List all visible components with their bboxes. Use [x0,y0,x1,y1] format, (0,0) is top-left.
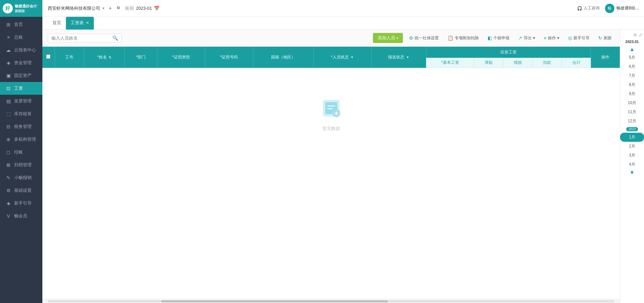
month-4-curr[interactable]: 4月 [620,160,644,169]
sidebar-item-guide[interactable]: ◈ 新手引导 [0,197,42,210]
panel-prev-nav[interactable]: ▲ [629,46,636,53]
calendar-icon[interactable]: 📅 [154,6,159,11]
user-menu[interactable]: 畅 畅捷通B组... [605,4,639,13]
month-5[interactable]: 5月 [620,53,644,62]
th-allowance: 津贴 [474,58,503,68]
month-8[interactable]: 8月 [620,80,644,89]
sidebar-item-archive[interactable]: ⊠ 归档管理 [0,159,42,171]
th-checkbox[interactable] [42,47,54,68]
month-7[interactable]: 7月 [620,71,644,80]
invoice-icon: ▤ [5,98,11,104]
sidebar-item-multi-org[interactable]: ⊕ 多机构管理 [0,133,42,146]
new-guide-action[interactable]: ◎ 新手引导 [565,34,592,43]
table-scrollbar[interactable] [42,299,620,303]
special-deduction-icon: 📋 [448,35,453,41]
sidebar-item-checkout[interactable]: ◻ 结账 [0,146,42,159]
empty-state: 暂无数据 [42,68,620,159]
search-icon[interactable]: 🔍 [112,35,118,41]
th-total: 合计 [562,58,591,68]
topbar-right: 🎧 人工咨询 畅 畅捷通B组... [577,4,639,13]
month-2-curr[interactable]: 2月 [620,142,644,151]
person-status-filter-icon: ▼ [350,55,354,59]
sidebar-item-inventory[interactable]: ⬚ 库存核算 [0,107,42,120]
search-input[interactable] [51,36,112,41]
select-all-checkbox[interactable] [46,54,50,59]
month-9[interactable]: 9月 [620,89,644,98]
operation-action[interactable]: ≡ 操作 ▾ [541,34,562,43]
scrollbar-track[interactable] [48,300,614,302]
operation-dropdown-icon: ▾ [557,36,559,40]
toolbar-right: 添加人员 ▾ ⚙ 统一社保设置 📋 专项附加扣除 ◧ 个税申报 [373,33,614,43]
search-wrapper[interactable]: 🔍 [48,34,122,42]
logo-icon: 好 [3,3,13,13]
th-report-status[interactable]: 报送状态 ▼ [371,47,426,68]
sidebar-item-ledger[interactable]: ≡ 总账 [0,31,42,44]
sidebar-item-home[interactable]: ⊞ 首页 [0,18,42,31]
right-date-panel: ✕ ⤢ 2023.01 ▲ 5月 6月 7月 8月 9月 10月 [620,30,644,303]
home-icon: ⊞ [5,22,11,27]
month-3-curr[interactable]: 3月 [620,151,644,160]
avatar: 畅 [605,4,614,13]
tab-close-icon[interactable]: ✕ [86,20,89,25]
main-area: 西安虾米网络科技有限公司 ▾ + 账期 2023-01 📅 🎧 人工咨询 畅 畅… [42,0,644,303]
checkout-icon: ◻ [5,149,11,155]
scrollbar-thumb[interactable] [161,300,388,302]
sidebar-item-cloud-report[interactable]: ☁ 云报表中心 [0,44,42,56]
tax-icon: ⊟ [5,124,11,129]
guide-icon: ◈ [5,201,11,206]
month-12[interactable]: 12月 [620,117,644,126]
export-action[interactable]: ↗ 导出 ▾ [516,34,538,43]
sidebar-item-fixed-assets[interactable]: ▣ 固定资产 [0,69,42,82]
empty-text: 暂无数据 [323,126,340,132]
tab-home-label: 首页 [52,20,61,26]
sidebar-item-salary[interactable]: ⊡ 工资 [0,82,42,95]
sidebar-item-expense[interactable]: ✎ 小畅报销 [0,171,42,184]
close-panel-btn[interactable]: ✕ [633,32,637,38]
table-header-main: 工号 *姓名 ⇅ *部门 *证照类型 [42,47,620,58]
month-11[interactable]: 11月 [620,107,644,117]
company-settings-icon[interactable] [116,5,121,11]
period-selector[interactable]: 账期 2023-01 📅 [125,5,159,11]
expand-panel-btn[interactable]: ⤢ [639,32,643,38]
panel-next-nav[interactable]: ▼ [629,169,636,176]
social-security-action[interactable]: ⚙ 统一社保设置 [406,34,442,43]
inventory-icon: ⬚ [5,111,11,117]
sidebar-item-tax[interactable]: ⊟ 税务管理 [0,120,42,133]
month-10[interactable]: 10月 [620,98,644,107]
panel-header: 2023.01 [624,38,640,46]
company-selector[interactable]: 西安虾米网络科技有限公司 ▾ [48,5,105,11]
th-country: 国籍（地区） [253,47,313,68]
panel-top-btns: ✕ ⤢ [620,31,644,38]
ledger-icon: ≡ [5,35,11,40]
svg-rect-3 [327,108,333,109]
service-button[interactable]: 🎧 人工咨询 [577,5,600,11]
month-6[interactable]: 6月 [620,62,644,71]
refresh-action[interactable]: ↻ 刷新 [596,34,614,43]
special-deduction-action[interactable]: 📋 专项附加扣除 [445,34,482,43]
personal-tax-action[interactable]: ◧ 个税申报 [485,34,512,43]
company-name: 西安虾米网络科技有限公司 [48,5,100,11]
export-dropdown-icon: ▾ [533,36,535,40]
th-id-type: *证照类型 [157,47,205,68]
sidebar-nav: ⊞ 首页 ≡ 总账 ☁ 云报表中心 ◈ 资金管理 ▣ 固定资产 ⊡ 工资 ▤ 发… [0,17,42,303]
month-1-curr[interactable]: 1月 [620,133,644,142]
svg-rect-2 [327,105,335,106]
name-sort-icon: ⇅ [109,55,111,59]
add-person-button[interactable]: 添加人员 ▾ [373,33,403,43]
sidebar-item-basic-settings[interactable]: ⚙ 基础设置 [0,184,42,197]
tab-home[interactable]: 首页 [48,17,66,30]
sidebar-item-fund[interactable]: ◈ 资金管理 [0,56,42,69]
member-icon: V [5,213,11,219]
add-company-icon[interactable]: + [109,5,112,11]
sidebar-item-member[interactable]: V 畅会员 [0,210,42,222]
tab-salary[interactable]: 工资表 ✕ [66,17,94,30]
expense-icon: ✎ [5,175,11,180]
table-wrapper: 工号 *姓名 ⇅ *部门 *证照类型 [42,47,620,299]
content-area: 🔍 添加人员 ▾ ⚙ 统一社保设置 📋 专项附加扣除 [42,30,644,303]
th-person-status[interactable]: *人员状态 ▼ [313,47,371,68]
topbar: 西安虾米网络科技有限公司 ▾ + 账期 2023-01 📅 🎧 人工咨询 畅 畅… [42,0,644,17]
th-name[interactable]: *姓名 ⇅ [84,47,125,68]
company-dropdown-icon[interactable]: ▾ [102,6,105,11]
th-work-no: 工号 [54,47,84,68]
sidebar-item-invoice[interactable]: ▤ 发票管理 [0,95,42,107]
